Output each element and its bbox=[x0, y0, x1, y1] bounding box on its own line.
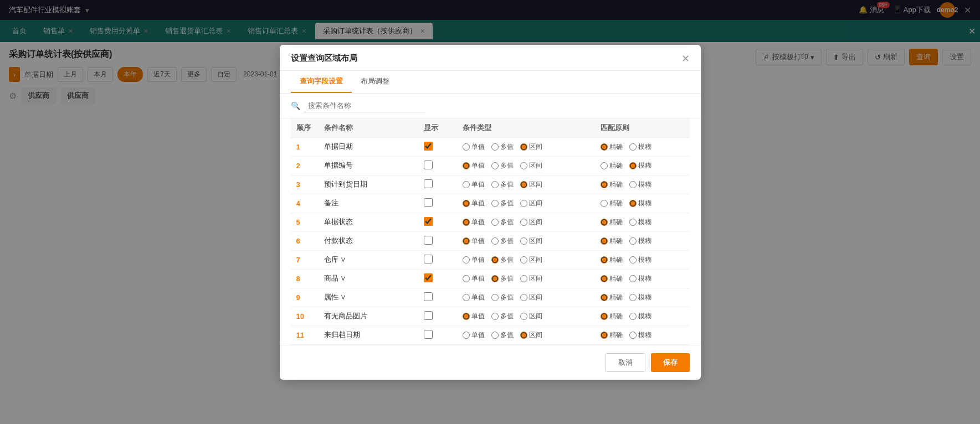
type-radio-item[interactable]: 单值 bbox=[463, 161, 485, 170]
row-match-radios[interactable]: 精确模糊 bbox=[595, 250, 689, 269]
display-checkbox[interactable] bbox=[424, 330, 433, 339]
type-radio-item[interactable]: 区间 bbox=[520, 293, 542, 302]
row-display-checkbox[interactable] bbox=[418, 250, 457, 269]
row-match-radios[interactable]: 精确模糊 bbox=[595, 307, 689, 325]
row-type-radios[interactable]: 单值多值区间 bbox=[457, 213, 596, 231]
match-radio-item[interactable]: 模糊 bbox=[629, 293, 651, 302]
match-radio-item[interactable]: 精确 bbox=[601, 218, 623, 227]
row-type-radios[interactable]: 单值多值区间 bbox=[457, 288, 596, 307]
type-radio-item[interactable]: 多值 bbox=[491, 330, 514, 340]
row-match-radios[interactable]: 精确模糊 bbox=[595, 325, 689, 344]
match-radio-item[interactable]: 模糊 bbox=[629, 218, 651, 227]
row-match-radios[interactable]: 精确模糊 bbox=[595, 175, 689, 194]
row-type-radios[interactable]: 单值多值区间 bbox=[457, 156, 596, 175]
type-radio-item[interactable]: 区间 bbox=[520, 312, 542, 321]
display-checkbox[interactable] bbox=[424, 273, 433, 282]
save-button[interactable]: 保存 bbox=[651, 353, 690, 372]
type-radio-item[interactable]: 单值 bbox=[463, 218, 485, 227]
type-radio-item[interactable]: 区间 bbox=[520, 236, 542, 246]
type-radio-item[interactable]: 多值 bbox=[491, 199, 514, 208]
type-radio-item[interactable]: 单值 bbox=[463, 236, 485, 246]
display-checkbox[interactable] bbox=[424, 311, 433, 320]
row-display-checkbox[interactable] bbox=[418, 307, 457, 325]
match-radio-item[interactable]: 精确 bbox=[601, 330, 623, 340]
display-checkbox[interactable] bbox=[424, 161, 433, 169]
cancel-button[interactable]: 取消 bbox=[606, 353, 645, 372]
type-radio-item[interactable]: 单值 bbox=[463, 142, 485, 152]
match-radio-item[interactable]: 精确 bbox=[601, 161, 623, 170]
type-radio-item[interactable]: 区间 bbox=[520, 180, 542, 189]
display-checkbox[interactable] bbox=[424, 217, 433, 226]
type-radio-item[interactable]: 多值 bbox=[491, 255, 514, 265]
match-radio-item[interactable]: 模糊 bbox=[629, 274, 651, 283]
type-radio-item[interactable]: 区间 bbox=[520, 274, 542, 283]
row-match-radios[interactable]: 精确模糊 bbox=[595, 269, 689, 288]
row-display-checkbox[interactable] bbox=[418, 288, 457, 307]
type-radio-item[interactable]: 多值 bbox=[491, 274, 514, 283]
type-radio-item[interactable]: 多值 bbox=[491, 236, 514, 246]
row-match-radios[interactable]: 精确模糊 bbox=[595, 288, 689, 307]
match-radio-item[interactable]: 精确 bbox=[601, 199, 623, 208]
row-type-radios[interactable]: 单值多值区间 bbox=[457, 325, 596, 344]
row-display-checkbox[interactable] bbox=[418, 269, 457, 288]
row-display-checkbox[interactable] bbox=[418, 213, 457, 231]
row-type-radios[interactable]: 单值多值区间 bbox=[457, 269, 596, 288]
match-radio-item[interactable]: 模糊 bbox=[629, 142, 651, 152]
row-display-checkbox[interactable] bbox=[418, 156, 457, 175]
type-radio-item[interactable]: 多值 bbox=[491, 161, 514, 170]
display-checkbox[interactable] bbox=[424, 179, 433, 188]
type-radio-item[interactable]: 区间 bbox=[520, 218, 542, 227]
type-radio-item[interactable]: 单值 bbox=[463, 293, 485, 302]
match-radio-item[interactable]: 精确 bbox=[601, 255, 623, 265]
display-checkbox[interactable] bbox=[424, 255, 433, 263]
match-radio-item[interactable]: 精确 bbox=[601, 236, 623, 246]
type-radio-item[interactable]: 多值 bbox=[491, 180, 514, 189]
type-radio-item[interactable]: 区间 bbox=[520, 255, 542, 265]
match-radio-item[interactable]: 模糊 bbox=[629, 312, 651, 321]
display-checkbox[interactable] bbox=[424, 236, 433, 245]
type-radio-item[interactable]: 单值 bbox=[463, 330, 485, 340]
row-type-radios[interactable]: 单值多值区间 bbox=[457, 250, 596, 269]
match-radio-item[interactable]: 精确 bbox=[601, 293, 623, 302]
row-type-radios[interactable]: 单值多值区间 bbox=[457, 307, 596, 325]
type-radio-item[interactable]: 多值 bbox=[491, 293, 514, 302]
row-match-radios[interactable]: 精确模糊 bbox=[595, 156, 689, 175]
row-match-radios[interactable]: 精确模糊 bbox=[595, 231, 689, 250]
type-radio-item[interactable]: 区间 bbox=[520, 330, 542, 340]
row-display-checkbox[interactable] bbox=[418, 175, 457, 194]
type-radio-item[interactable]: 单值 bbox=[463, 180, 485, 189]
dialog-tab-layout[interactable]: 布局调整 bbox=[352, 71, 398, 93]
row-match-radios[interactable]: 精确模糊 bbox=[595, 137, 689, 156]
type-radio-item[interactable]: 多值 bbox=[491, 218, 514, 227]
type-radio-item[interactable]: 单值 bbox=[463, 199, 485, 208]
match-radio-item[interactable]: 模糊 bbox=[629, 255, 651, 265]
dialog-close-btn[interactable]: ✕ bbox=[681, 53, 690, 65]
type-radio-item[interactable]: 多值 bbox=[491, 312, 514, 321]
row-display-checkbox[interactable] bbox=[418, 231, 457, 250]
type-radio-item[interactable]: 多值 bbox=[491, 142, 514, 152]
type-radio-item[interactable]: 单值 bbox=[463, 255, 485, 265]
row-display-checkbox[interactable] bbox=[418, 325, 457, 344]
match-radio-item[interactable]: 精确 bbox=[601, 142, 623, 152]
match-radio-item[interactable]: 模糊 bbox=[629, 330, 651, 340]
type-radio-item[interactable]: 单值 bbox=[463, 274, 485, 283]
match-radio-item[interactable]: 模糊 bbox=[629, 199, 651, 208]
type-radio-item[interactable]: 区间 bbox=[520, 199, 542, 208]
search-input[interactable] bbox=[304, 99, 425, 112]
display-checkbox[interactable] bbox=[424, 292, 433, 301]
display-checkbox[interactable] bbox=[424, 142, 433, 151]
type-radio-item[interactable]: 单值 bbox=[463, 312, 485, 321]
match-radio-item[interactable]: 模糊 bbox=[629, 180, 651, 189]
match-radio-item[interactable]: 模糊 bbox=[629, 161, 651, 170]
row-type-radios[interactable]: 单值多值区间 bbox=[457, 175, 596, 194]
row-type-radios[interactable]: 单值多值区间 bbox=[457, 194, 596, 213]
row-match-radios[interactable]: 精确模糊 bbox=[595, 194, 689, 213]
row-type-radios[interactable]: 单值多值区间 bbox=[457, 137, 596, 156]
row-match-radios[interactable]: 精确模糊 bbox=[595, 213, 689, 231]
row-type-radios[interactable]: 单值多值区间 bbox=[457, 231, 596, 250]
row-display-checkbox[interactable] bbox=[418, 194, 457, 213]
match-radio-item[interactable]: 精确 bbox=[601, 180, 623, 189]
match-radio-item[interactable]: 模糊 bbox=[629, 236, 651, 246]
type-radio-item[interactable]: 区间 bbox=[520, 142, 542, 152]
match-radio-item[interactable]: 精确 bbox=[601, 274, 623, 283]
